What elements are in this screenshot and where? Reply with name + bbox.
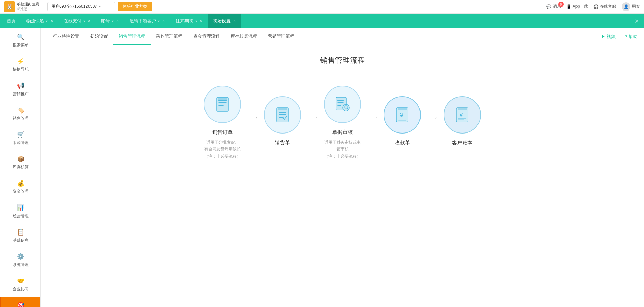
sub-tab-finance-flow[interactable]: 资金管理流程 bbox=[188, 28, 225, 45]
flow-step-sales-order: 销售订单 适用于分批发货、有合同发货周期较长（注：非必要流程） bbox=[195, 86, 250, 160]
close-all-tabs-button[interactable]: × bbox=[630, 14, 643, 28]
sidebar-item-system-mgmt[interactable]: ⚙️ 系统管理 bbox=[0, 248, 40, 272]
svg-text:¥: ¥ bbox=[459, 112, 463, 118]
headset-icon: 🎧 bbox=[593, 4, 599, 9]
tab-period[interactable]: 往来期初▾× bbox=[170, 14, 208, 28]
sub-tab-sales-flow[interactable]: 销售管理流程 bbox=[113, 28, 151, 45]
sub-tab-industry[interactable]: 行业特性设置 bbox=[47, 28, 85, 45]
close-icon[interactable]: × bbox=[233, 19, 236, 23]
sidebar-item-sales-mgmt[interactable]: 🏷️ 销售管理 bbox=[0, 102, 40, 126]
flow-step-receipt: ¥ 收款单 bbox=[375, 96, 429, 149]
sidebar-item-enterprise-collab[interactable]: 🤝 企业协同 bbox=[0, 272, 40, 297]
sidebar-item-finance-mgmt[interactable]: 💰 资金管理 bbox=[0, 175, 40, 199]
page-content: 销售管理流程 销售订单 适用于分批发货、有合同 bbox=[41, 45, 644, 307]
sidebar-item-quick-nav[interactable]: ⚡ 快捷导航 bbox=[0, 53, 40, 77]
user-selector[interactable]: 用户690企业1660120507 ▾ bbox=[47, 2, 115, 11]
messages-badge: 6 bbox=[558, 2, 564, 7]
sidebar-item-purchase-mgmt[interactable]: 🛒 采购管理 bbox=[0, 126, 40, 150]
svg-rect-22 bbox=[458, 108, 467, 110]
close-icon[interactable]: × bbox=[116, 19, 119, 23]
flow-circle-receipt[interactable]: ¥ bbox=[384, 96, 421, 134]
sidebar: 🔍 搜索菜单 ⚡ 快捷导航 📢 营销推广 🏷️ 销售管理 🛒 采购管理 📦 库存… bbox=[0, 28, 41, 307]
search-icon: 🔍 bbox=[17, 33, 24, 41]
sidebar-item-inventory[interactable]: 📦 库存核算 bbox=[0, 150, 40, 175]
page-title: 销售管理流程 bbox=[54, 55, 630, 65]
flow-diagram: 销售订单 适用于分批发货、有合同发货周期较长（注：非必要流程） --→ bbox=[54, 86, 630, 160]
cart-icon: 🛒 bbox=[17, 131, 24, 138]
svg-rect-3 bbox=[218, 105, 224, 106]
play-icon: ▶ bbox=[601, 34, 605, 39]
online-service-button[interactable]: 🎧 在线客服 bbox=[593, 4, 616, 9]
chevron-down-icon: ▾ bbox=[112, 19, 114, 23]
sub-tab-initial[interactable]: 初始设置 bbox=[85, 28, 113, 45]
download-icon: 📱 bbox=[566, 4, 571, 9]
svg-rect-7 bbox=[279, 112, 286, 113]
sub-tabs: 行业特性设置 初始设置 销售管理流程 采购管理流程 资金管理流程 库存核算流程 … bbox=[41, 28, 644, 45]
user-menu-button[interactable]: 👤 用友 bbox=[622, 2, 640, 11]
sub-tab-purchase-flow[interactable]: 采购管理流程 bbox=[151, 28, 188, 45]
svg-rect-24 bbox=[458, 118, 466, 119]
handshake-icon: 🤝 bbox=[17, 277, 24, 285]
flow-circle-sales-invoice[interactable] bbox=[264, 96, 301, 134]
svg-rect-20 bbox=[398, 120, 406, 121]
sub-tab-inventory-flow[interactable]: 库存核算流程 bbox=[225, 28, 262, 45]
main-layout: 🔍 搜索菜单 ⚡ 快捷导航 📢 营销推广 🏷️ 销售管理 🛒 采购管理 📦 库存… bbox=[0, 28, 644, 307]
sidebar-item-basic-info[interactable]: 📋 基础信息 bbox=[0, 224, 40, 248]
flow-step-sales-invoice: 销货单 bbox=[255, 96, 310, 149]
svg-rect-13 bbox=[337, 105, 341, 106]
svg-rect-25 bbox=[458, 119, 464, 120]
user-selector-text: 用户690企业1660120507 bbox=[51, 4, 97, 9]
chevron-down-icon: ▾ bbox=[158, 19, 160, 23]
flow-circle-sales-order[interactable] bbox=[204, 86, 241, 123]
close-icon[interactable]: × bbox=[51, 19, 53, 23]
sidebar-item-marketing-promo[interactable]: 📢 营销推广 bbox=[0, 77, 40, 102]
flow-label-sales-invoice: 销货单 bbox=[275, 140, 290, 146]
chevron-down-icon: ▾ bbox=[83, 19, 85, 23]
avatar: 👤 bbox=[622, 2, 630, 11]
tab-payment[interactable]: 在线支付▾× bbox=[58, 14, 96, 28]
target-icon: 🎯 bbox=[17, 302, 24, 307]
sidebar-item-search[interactable]: 🔍 搜索菜单 bbox=[0, 28, 40, 53]
content-area: 行业特性设置 初始设置 销售管理流程 采购管理流程 资金管理流程 库存核算流程 … bbox=[41, 28, 644, 307]
tab-home[interactable]: 首页 bbox=[1, 14, 21, 28]
lightning-icon: ⚡ bbox=[17, 58, 24, 65]
megaphone-icon: 📢 bbox=[17, 82, 24, 89]
sidebar-item-new-guide[interactable]: 🎯 新手引导 bbox=[0, 297, 40, 307]
gear-icon: ⚙️ bbox=[17, 253, 24, 260]
help-button[interactable]: ? 帮助 bbox=[625, 34, 637, 40]
clipboard-icon: 📋 bbox=[17, 228, 24, 236]
flow-step-doc-review: 单据审核 适用于财务审核或主管审核（注：非必要流程） bbox=[315, 86, 370, 160]
close-icon[interactable]: × bbox=[200, 19, 202, 23]
tab-logistics[interactable]: 物流快递▾× bbox=[21, 14, 58, 28]
top-bar: 🐰 畅捷通好生意 标准版 用户690企业1660120507 ▾ 体验行业方案 … bbox=[0, 0, 644, 14]
app-download-button[interactable]: 📱 App下载 bbox=[566, 4, 588, 9]
svg-rect-6 bbox=[278, 108, 287, 110]
ledger-icon: ¥ bbox=[453, 106, 471, 124]
sub-tab-marketing-flow[interactable]: 营销管理流程 bbox=[262, 28, 300, 45]
tab-account[interactable]: 账号▾× bbox=[96, 14, 124, 28]
close-icon[interactable]: × bbox=[88, 19, 90, 23]
svg-rect-4 bbox=[218, 97, 227, 100]
chevron-down-icon: ▾ bbox=[99, 5, 101, 8]
message-icon: 💬 bbox=[546, 4, 551, 9]
flow-circle-customer-ledger[interactable]: ¥ bbox=[444, 96, 481, 134]
logo-icon: 🐰 bbox=[4, 1, 15, 12]
question-icon: ? bbox=[625, 34, 627, 39]
svg-rect-18 bbox=[398, 108, 407, 110]
svg-rect-9 bbox=[279, 117, 284, 118]
messages-button[interactable]: 💬 消息 6 bbox=[546, 4, 561, 9]
tab-invite[interactable]: 邀请下游客户▾× bbox=[124, 14, 170, 28]
close-icon[interactable]: × bbox=[162, 19, 165, 23]
top-right-actions: 💬 消息 6 📱 App下载 🎧 在线客服 👤 用友 bbox=[546, 2, 640, 11]
chevron-down-icon: ▾ bbox=[46, 19, 48, 23]
video-help-button[interactable]: ▶ 视频 bbox=[601, 34, 616, 40]
sidebar-item-operations-mgmt[interactable]: 📊 经营管理 bbox=[0, 199, 40, 224]
flow-desc-doc-review: 适用于财务审核或主管审核（注：非必要流程） bbox=[324, 139, 361, 160]
trial-button[interactable]: 体验行业方案 bbox=[118, 2, 152, 11]
nav-tabs: 首页 物流快递▾× 在线支付▾× 账号▾× 邀请下游客户▾× 往来期初▾× 初始… bbox=[0, 14, 644, 28]
svg-text:¥: ¥ bbox=[399, 112, 404, 119]
tab-initial-setup[interactable]: 初始设置× bbox=[208, 14, 241, 28]
flow-circle-doc-review[interactable] bbox=[324, 86, 361, 123]
tag-icon: 🏷️ bbox=[17, 106, 24, 114]
svg-rect-11 bbox=[337, 100, 344, 101]
